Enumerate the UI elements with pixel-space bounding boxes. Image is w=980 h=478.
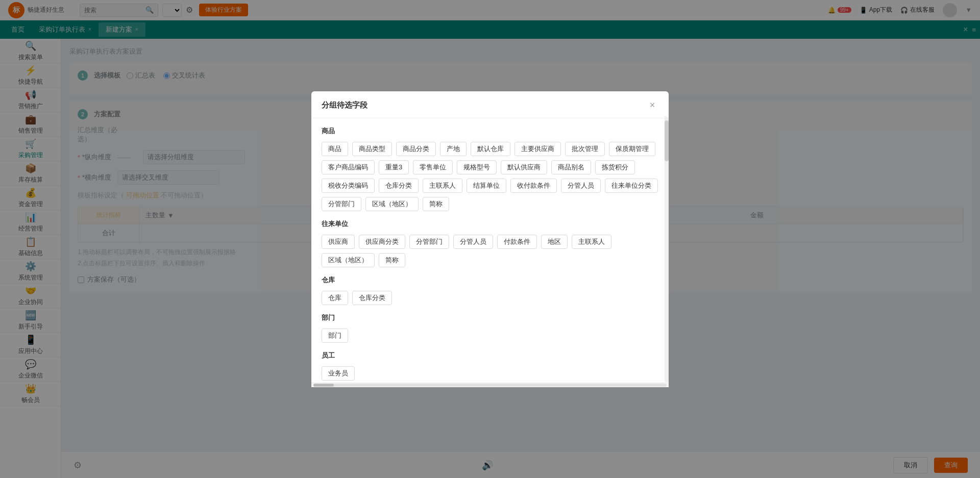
field-tag[interactable]: 供应商分类	[359, 235, 405, 249]
field-tag[interactable]: 规格型号	[457, 160, 497, 174]
field-tag[interactable]: 仓库分类	[352, 291, 392, 305]
field-tag[interactable]: 主要供应商	[514, 142, 561, 156]
field-tag[interactable]: 简称	[423, 197, 449, 211]
field-grid-商品: 商品商品类型商品分类产地默认仓库主要供应商批次管理保质期管理客户商品编码重量3零…	[322, 142, 658, 211]
modal-vscroll-thumb[interactable]	[665, 120, 669, 161]
modal-title: 分组待选字段	[322, 100, 368, 110]
field-grid-部门: 部门	[322, 329, 658, 343]
field-tag[interactable]: 主联系人	[572, 235, 611, 249]
field-tag[interactable]: 业务员	[322, 366, 355, 381]
field-tag[interactable]: 区域（地区）	[365, 197, 419, 211]
modal-close-button[interactable]: ×	[646, 99, 658, 112]
field-grid-仓库: 仓库仓库分类	[322, 291, 658, 305]
field-tag[interactable]: 地区	[541, 235, 568, 249]
field-tag[interactable]: 分管部门	[409, 235, 449, 249]
modal-overlay: 分组待选字段 × 商品商品商品类型商品分类产地默认仓库主要供应商批次管理保质期管…	[0, 0, 980, 478]
modal-vscroll-track	[665, 116, 669, 382]
field-tag[interactable]: 默认仓库	[471, 142, 510, 156]
field-tag[interactable]: 分管人员	[561, 179, 601, 193]
field-grid-往来单位: 供应商供应商分类分管部门分管人员付款条件地区主联系人区域（地区）简称	[322, 235, 658, 267]
field-tag[interactable]: 供应商	[322, 235, 355, 249]
field-tag[interactable]: 保质期管理	[609, 142, 655, 156]
field-tag[interactable]: 收付款条件	[510, 179, 557, 193]
field-tag[interactable]: 部门	[322, 329, 348, 343]
field-tag[interactable]: 主联系人	[423, 179, 462, 193]
modal-header: 分组待选字段 ×	[311, 91, 669, 118]
field-tag[interactable]: 商品别名	[551, 160, 591, 174]
field-tag[interactable]: 仓库分类	[379, 179, 419, 193]
field-tag[interactable]: 批次管理	[565, 142, 605, 156]
section-title-商品: 商品	[322, 127, 658, 136]
section-title-部门: 部门	[322, 313, 658, 322]
field-tag[interactable]: 税收分类编码	[322, 179, 375, 193]
field-tag[interactable]: 商品类型	[352, 142, 392, 156]
field-tag[interactable]: 零售单位	[413, 160, 453, 174]
section-title-往来单位: 往来单位	[322, 219, 658, 229]
field-tag[interactable]: 分管部门	[322, 197, 361, 211]
field-tag[interactable]: 默认供应商	[501, 160, 547, 174]
section-title-员工: 员工	[322, 351, 658, 360]
hscroll-thumb[interactable]	[313, 384, 334, 387]
field-tag[interactable]: 重量3	[379, 160, 409, 174]
field-tag[interactable]: 商品	[322, 142, 348, 156]
modal-body: 商品商品商品类型商品分类产地默认仓库主要供应商批次管理保质期管理客户商品编码重量…	[311, 118, 669, 383]
field-tag[interactable]: 商品分类	[396, 142, 436, 156]
field-grid-员工: 业务员	[322, 366, 658, 381]
field-tag[interactable]: 产地	[440, 142, 467, 156]
field-tag[interactable]: 客户商品编码	[322, 160, 375, 174]
field-tag[interactable]: 分管人员	[453, 235, 493, 249]
field-tag[interactable]: 拣货积分	[595, 160, 635, 174]
field-tag[interactable]: 简称	[379, 253, 405, 267]
field-tag[interactable]: 区域（地区）	[322, 253, 375, 267]
field-tag[interactable]: 往来单位分类	[605, 179, 658, 193]
field-selector-modal: 分组待选字段 × 商品商品商品类型商品分类产地默认仓库主要供应商批次管理保质期管…	[311, 91, 669, 387]
field-tag[interactable]: 付款条件	[497, 235, 537, 249]
field-tag[interactable]: 结算单位	[467, 179, 506, 193]
modal-horizontal-scrollbar[interactable]	[311, 383, 669, 387]
field-tag[interactable]: 仓库	[322, 291, 348, 305]
section-title-仓库: 仓库	[322, 275, 658, 285]
hscroll-track	[313, 384, 667, 387]
